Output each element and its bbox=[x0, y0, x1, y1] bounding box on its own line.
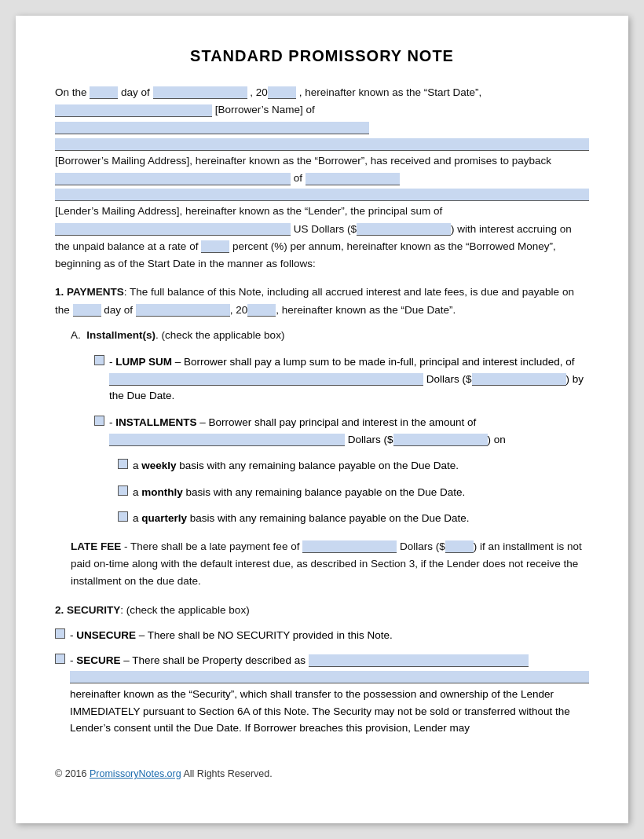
page-title: STANDARD PROMISSORY NOTE bbox=[55, 47, 589, 65]
late-fee-text: LATE FEE - There shall be a late payment… bbox=[71, 538, 589, 591]
secure-text: - SECURE – There shall be Property descr… bbox=[70, 652, 589, 737]
footer-link[interactable]: PromissoryNotes.org bbox=[90, 768, 181, 779]
section-2-text: 2. SECURITY: (check the applicable box) bbox=[55, 602, 589, 619]
year-field-1[interactable] bbox=[268, 86, 296, 99]
footer-rights: All Rights Reserved. bbox=[183, 768, 272, 779]
borrower-address-1[interactable] bbox=[55, 122, 369, 134]
frequency-options: a weekly basis with any remaining balanc… bbox=[118, 457, 589, 527]
weekly-item: a weekly basis with any remaining balanc… bbox=[118, 457, 589, 474]
lender-address-1[interactable] bbox=[306, 173, 400, 185]
secure-checkbox[interactable] bbox=[55, 654, 65, 664]
due-day-field[interactable] bbox=[73, 304, 101, 317]
section-2-security: 2. SECURITY: (check the applicable box) … bbox=[55, 602, 589, 737]
quarterly-text: a quarterly basis with any remaining bal… bbox=[133, 510, 470, 527]
section-1-text: 1. PAYMENTS: The full balance of this No… bbox=[55, 284, 589, 319]
lump-sum-label: LUMP SUM bbox=[115, 356, 172, 368]
unsecure-label: UNSECURE bbox=[76, 629, 136, 641]
installments-amount-field[interactable] bbox=[109, 434, 345, 446]
installments-item: - INSTALLMENTS – Borrower shall pay prin… bbox=[94, 414, 589, 448]
due-year-field[interactable] bbox=[247, 304, 276, 317]
section-2-title: 2. SECURITY bbox=[55, 604, 120, 616]
monthly-checkbox[interactable] bbox=[118, 485, 128, 496]
lump-sum-amount-field[interactable] bbox=[109, 373, 423, 386]
installments-text: - INSTALLMENTS – Borrower shall pay prin… bbox=[109, 414, 589, 448]
dollar-amount-field[interactable] bbox=[357, 223, 451, 236]
secure-label: SECURE bbox=[76, 654, 120, 666]
secure-item: - SECURE – There shall be Property descr… bbox=[55, 652, 589, 737]
due-month-field[interactable] bbox=[136, 304, 230, 317]
month-field-1[interactable] bbox=[153, 86, 247, 99]
section-1-payments: 1. PAYMENTS: The full balance of this No… bbox=[55, 284, 589, 590]
day-field-1[interactable] bbox=[90, 86, 118, 99]
weekly-checkbox[interactable] bbox=[118, 459, 128, 469]
borrower-name-field[interactable] bbox=[55, 104, 212, 117]
monthly-text: a monthly basis with any remaining balan… bbox=[133, 484, 465, 501]
late-fee-dollar-field[interactable] bbox=[445, 540, 474, 553]
late-fee-label: LATE FEE bbox=[71, 540, 121, 552]
installments-heading: Installment(s) bbox=[86, 329, 156, 341]
installments-label: INSTALLMENTS bbox=[115, 416, 196, 428]
weekly-text: a weekly basis with any remaining balanc… bbox=[133, 457, 459, 474]
subsection-a-label: A. Installment(s). (check the applicable… bbox=[71, 327, 589, 344]
lender-name-field[interactable] bbox=[55, 173, 291, 185]
section-1-title: 1. PAYMENTS bbox=[55, 286, 124, 298]
borrower-address-2[interactable] bbox=[55, 138, 589, 151]
intro-on-the: On the bbox=[55, 86, 87, 98]
intro-day-of: day of bbox=[121, 86, 150, 98]
subsection-a: A. Installment(s). (check the applicable… bbox=[71, 327, 589, 591]
quarterly-checkbox[interactable] bbox=[118, 511, 128, 522]
monthly-item: a monthly basis with any remaining balan… bbox=[118, 484, 589, 501]
secure-property-field-2[interactable] bbox=[70, 671, 589, 683]
unsecure-item: - UNSECURE – There shall be NO SECURITY … bbox=[55, 627, 589, 644]
lump-sum-dollar-field[interactable] bbox=[472, 373, 566, 386]
lump-sum-item: - LUMP SUM – Borrower shall pay a lump s… bbox=[94, 354, 589, 405]
footer-copyright: © 2016 bbox=[55, 768, 87, 779]
late-fee-amount-field[interactable] bbox=[302, 540, 397, 553]
late-fee-section: LATE FEE - There shall be a late payment… bbox=[71, 538, 589, 591]
secure-property-field-1[interactable] bbox=[309, 654, 529, 667]
installments-checkbox[interactable] bbox=[94, 416, 104, 426]
rate-field[interactable] bbox=[201, 240, 229, 253]
intro-paragraph: On the day of , 20 , hereinafter known a… bbox=[55, 84, 589, 273]
unsecure-text: - UNSECURE – There shall be NO SECURITY … bbox=[70, 627, 393, 644]
footer: © 2016 PromissoryNotes.org All Rights Re… bbox=[55, 768, 589, 779]
unsecure-checkbox[interactable] bbox=[55, 628, 65, 639]
lump-sum-text: - LUMP SUM – Borrower shall pay a lump s… bbox=[109, 354, 589, 405]
lender-address-2[interactable] bbox=[55, 189, 589, 201]
installments-dollar-field[interactable] bbox=[393, 434, 488, 446]
quarterly-item: a quarterly basis with any remaining bal… bbox=[118, 510, 589, 527]
document-page: STANDARD PROMISSORY NOTE On the day of ,… bbox=[16, 16, 628, 823]
lump-sum-checkbox[interactable] bbox=[94, 355, 104, 365]
principal-field[interactable] bbox=[55, 223, 291, 236]
